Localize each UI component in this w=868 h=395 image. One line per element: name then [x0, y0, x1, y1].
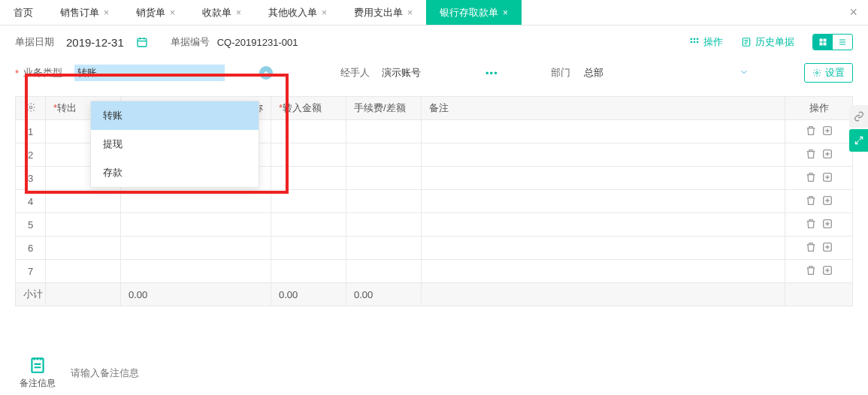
tab-expense[interactable]: 费用支出单×	[340, 0, 426, 25]
add-icon[interactable]	[821, 125, 833, 137]
history-button[interactable]: 历史单据	[741, 35, 794, 49]
close-icon[interactable]: ×	[322, 8, 327, 18]
dept-select[interactable]: 总部	[584, 66, 749, 80]
close-icon[interactable]: ×	[236, 8, 241, 18]
svg-rect-10	[820, 43, 823, 46]
tab-label: 其他收入单	[268, 6, 317, 20]
close-icon[interactable]: ×	[407, 8, 413, 18]
dropdown-item-deposit[interactable]: 存款	[91, 158, 259, 187]
cell-remark[interactable]	[422, 260, 785, 283]
calendar-icon[interactable]	[136, 36, 148, 48]
cell-in-amount[interactable]	[271, 190, 346, 213]
add-icon[interactable]	[821, 194, 833, 207]
delete-icon[interactable]	[805, 171, 817, 183]
view-list-button[interactable]	[833, 35, 852, 50]
subtotal-c: 0.00	[346, 283, 422, 306]
tab-sales-order[interactable]: 销售订单×	[47, 0, 122, 25]
gear-header[interactable]	[16, 97, 46, 120]
table-row[interactable]: 4	[16, 190, 853, 213]
notes-input[interactable]	[71, 367, 853, 378]
tab-receipt[interactable]: 收款单×	[189, 0, 255, 25]
close-icon[interactable]: ×	[503, 8, 508, 18]
tab-bar: 首页 销售订单× 销货单× 收款单× 其他收入单× 费用支出单× 银行存取款单×…	[0, 0, 868, 26]
delete-icon[interactable]	[805, 148, 817, 160]
cell-out[interactable]	[46, 190, 121, 213]
dropdown-item-label: 提现	[103, 138, 122, 149]
cell-fee[interactable]	[346, 167, 422, 190]
delete-icon[interactable]	[805, 194, 817, 207]
tab-label: 费用支出单	[354, 6, 403, 20]
close-icon[interactable]: ×	[104, 8, 109, 18]
view-grid-button[interactable]	[813, 35, 833, 50]
cell-name[interactable]	[121, 213, 271, 237]
cell-remark[interactable]	[422, 120, 785, 143]
subtotal-row: 小计 0.00 0.00 0.00	[16, 283, 853, 306]
biz-type-field: * 业务类型 转账	[15, 65, 273, 81]
dropdown-item-transfer[interactable]: 转账	[91, 101, 259, 130]
cell-name[interactable]	[121, 260, 271, 283]
ops-button[interactable]: 操作	[689, 35, 723, 49]
subtotal-a: 0.00	[121, 283, 271, 306]
delete-icon[interactable]	[805, 264, 817, 276]
delete-icon[interactable]	[805, 218, 817, 230]
svg-rect-1	[691, 38, 692, 40]
cell-remark[interactable]	[422, 167, 785, 190]
expand-icon[interactable]	[849, 129, 868, 152]
cell-in-amount[interactable]	[271, 120, 346, 143]
svg-rect-2	[694, 38, 695, 40]
close-all-button[interactable]: ×	[839, 0, 868, 25]
add-icon[interactable]	[821, 264, 833, 276]
table-row[interactable]: 7	[16, 260, 853, 283]
more-icon[interactable]: •••	[485, 68, 498, 79]
table-row[interactable]: 5	[16, 213, 853, 237]
delete-icon[interactable]	[805, 241, 817, 253]
svg-rect-5	[694, 41, 695, 43]
settings-button[interactable]: 设置	[804, 63, 853, 83]
cell-fee[interactable]	[346, 143, 422, 167]
chevron-up-icon[interactable]	[259, 66, 273, 80]
link-icon[interactable]	[849, 105, 868, 128]
cell-name[interactable]	[121, 237, 271, 260]
cell-in-amount[interactable]	[271, 260, 346, 283]
cell-ops	[785, 213, 853, 237]
cell-in-amount[interactable]	[271, 237, 346, 260]
add-icon[interactable]	[821, 218, 833, 230]
cell-fee[interactable]	[346, 190, 422, 213]
cell-in-amount[interactable]	[271, 167, 346, 190]
filter-row: * 业务类型 转账 经手人 演示账号 ••• 部门 总部 设置	[0, 59, 868, 96]
table-row[interactable]: 6	[16, 237, 853, 260]
cell-remark[interactable]	[422, 213, 785, 237]
tab-delivery[interactable]: 销货单×	[122, 0, 189, 25]
cell-out[interactable]	[46, 213, 121, 237]
cell-ops	[785, 237, 853, 260]
tab-bank-transfer[interactable]: 银行存取款单×	[426, 0, 522, 25]
tab-other-income[interactable]: 其他收入单×	[255, 0, 340, 25]
biz-type-select[interactable]: 转账	[74, 65, 225, 81]
cell-in-amount[interactable]	[271, 213, 346, 237]
add-icon[interactable]	[821, 241, 833, 253]
ops-label: 操作	[703, 35, 723, 49]
cell-fee[interactable]	[346, 120, 422, 143]
cell-out[interactable]	[46, 260, 121, 283]
cell-fee[interactable]	[346, 213, 422, 237]
cell-fee[interactable]	[346, 260, 422, 283]
cell-ops	[785, 190, 853, 213]
cell-out[interactable]	[46, 237, 121, 260]
date-value[interactable]: 2019-12-31	[66, 36, 124, 49]
notes-icon-block[interactable]: 备注信息	[15, 350, 60, 395]
cell-name[interactable]	[121, 190, 271, 213]
dropdown-item-withdraw[interactable]: 提现	[91, 130, 259, 158]
cell-remark[interactable]	[422, 190, 785, 213]
add-icon[interactable]	[821, 171, 833, 183]
delete-icon[interactable]	[805, 125, 817, 137]
cell-remark[interactable]	[422, 237, 785, 260]
add-icon[interactable]	[821, 148, 833, 160]
close-icon[interactable]: ×	[170, 8, 175, 18]
cell-ops	[785, 260, 853, 283]
settings-label: 设置	[825, 66, 845, 80]
cell-fee[interactable]	[346, 237, 422, 260]
cell-remark[interactable]	[422, 143, 785, 167]
cell-in-amount[interactable]	[271, 143, 346, 167]
biz-type-dropdown: 转账 提现 存款	[90, 101, 259, 188]
tab-home[interactable]: 首页	[0, 0, 47, 25]
